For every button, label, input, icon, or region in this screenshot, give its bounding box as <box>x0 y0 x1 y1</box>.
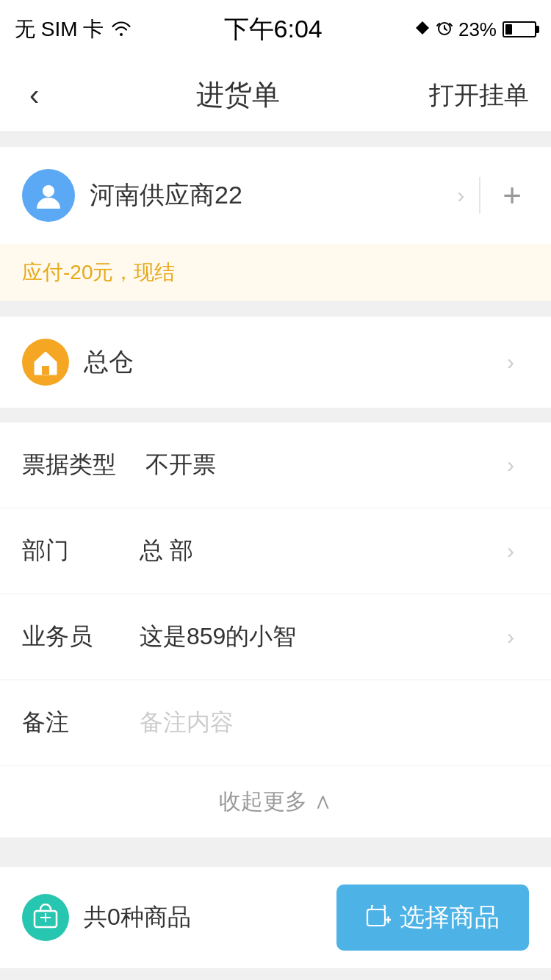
warehouse-chevron-icon: › <box>507 350 514 375</box>
wifi-icon <box>111 18 132 41</box>
battery-icon <box>503 21 536 37</box>
section-divider-2 <box>0 301 551 316</box>
supplier-name: 河南供应商22 <box>90 179 457 212</box>
cart-icon <box>32 904 60 932</box>
open-pending-button[interactable]: 打开挂单 <box>429 79 529 112</box>
supplier-chevron-icon: › <box>457 183 464 208</box>
department-label: 部门 <box>22 535 110 567</box>
section-divider-3 <box>0 408 551 422</box>
product-icon-circle <box>22 894 69 941</box>
house-icon <box>32 348 60 376</box>
invoice-type-value: 不开票 <box>145 449 507 481</box>
supplier-row[interactable]: 河南供应商22 › + <box>0 147 551 244</box>
page-title: 进货单 <box>196 76 280 114</box>
supplier-avatar <box>22 169 75 222</box>
add-button[interactable]: + <box>495 177 529 214</box>
signal-text: 无 SIM 卡 <box>15 15 104 43</box>
person-icon <box>32 179 65 212</box>
vertical-divider <box>479 177 480 214</box>
select-product-button[interactable]: 选择商品 <box>336 884 529 951</box>
status-left: 无 SIM 卡 <box>15 15 132 43</box>
remark-row[interactable]: 备注 备注内容 <box>0 680 551 765</box>
select-product-icon <box>366 905 391 930</box>
alarm-icon <box>436 18 453 41</box>
salesperson-chevron-icon: › <box>507 624 514 649</box>
department-row[interactable]: 部门 总 部 › <box>0 508 551 594</box>
invoice-type-row[interactable]: 票据类型 不开票 › <box>0 422 551 508</box>
location-icon <box>414 18 431 41</box>
notice-text: 应付-20元，现结 <box>22 261 175 284</box>
product-count-text: 共0种商品 <box>84 901 191 934</box>
section-divider-top <box>0 132 551 147</box>
svg-rect-6 <box>367 909 385 926</box>
department-value: 总 部 <box>140 535 507 567</box>
invoice-type-label: 票据类型 <box>22 449 116 481</box>
invoice-chevron-icon: › <box>507 453 514 478</box>
nav-bar: ‹ 进货单 打开挂单 <box>0 59 551 132</box>
form-section: 票据类型 不开票 › 部门 总 部 › 业务员 这是859的小智 › 备注 备注… <box>0 422 551 837</box>
warehouse-icon <box>22 339 69 386</box>
salesperson-row[interactable]: 业务员 这是859的小智 › <box>0 594 551 680</box>
bottom-bar: 共0种商品 选择商品 <box>0 867 551 968</box>
warehouse-row[interactable]: 总仓 › <box>0 316 551 408</box>
status-right: 23% <box>414 18 536 41</box>
notice-bar: 应付-20元，现结 <box>0 244 551 301</box>
collapse-label: 收起更多 ∧ <box>219 789 331 813</box>
content-area: 河南供应商22 › + 应付-20元，现结 总仓 › <box>0 132 551 980</box>
select-product-label: 选择商品 <box>400 901 500 934</box>
collapse-bar[interactable]: 收起更多 ∧ <box>0 765 551 837</box>
salesperson-value: 这是859的小智 <box>140 621 507 653</box>
battery-percent: 23% <box>458 18 497 41</box>
remark-label: 备注 <box>22 707 110 739</box>
back-button[interactable]: ‹ <box>22 71 46 119</box>
warehouse-name: 总仓 <box>84 345 507 379</box>
warehouse-section: 总仓 › <box>0 316 551 408</box>
status-time: 下午6:04 <box>224 12 323 46</box>
supplier-section: 河南供应商22 › + 应付-20元，现结 <box>0 147 551 301</box>
product-count-area: 共0种商品 <box>22 894 191 941</box>
svg-rect-2 <box>41 366 50 375</box>
salesperson-label: 业务员 <box>22 621 110 653</box>
status-bar: 无 SIM 卡 下午6:04 23% <box>0 0 551 59</box>
svg-point-1 <box>43 185 54 197</box>
department-chevron-icon: › <box>507 538 514 563</box>
remark-input[interactable]: 备注内容 <box>140 707 529 739</box>
section-divider-4 <box>0 837 551 852</box>
